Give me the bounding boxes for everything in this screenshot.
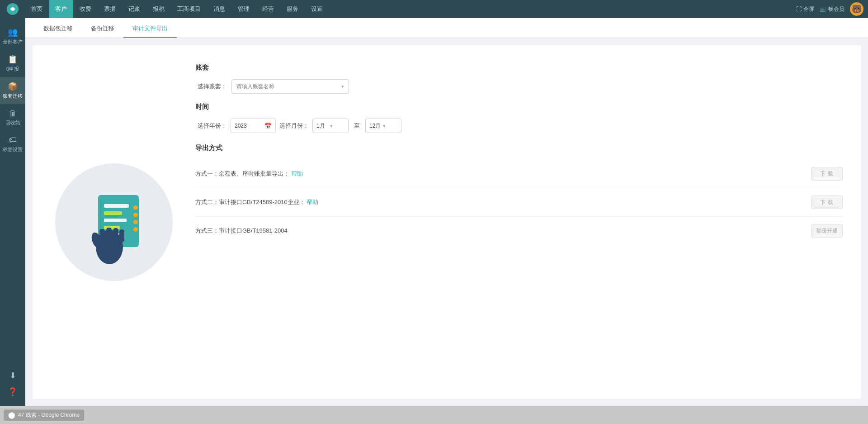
nav-operations[interactable]: 经营: [256, 0, 280, 18]
svg-rect-5: [104, 219, 127, 222]
browser-taskbar-button[interactable]: ⬤ 47 线索 - Google Chrome: [4, 410, 84, 421]
month-label: 选择月份：: [279, 122, 309, 130]
month-end-chevron-icon: ▾: [383, 123, 386, 129]
nav-settings[interactable]: 设置: [305, 0, 329, 18]
nav-admin[interactable]: 管理: [231, 0, 256, 18]
svg-point-8: [133, 205, 138, 210]
year-input[interactable]: 📅: [231, 119, 276, 133]
nav-home[interactable]: 首页: [24, 0, 49, 18]
month-end-select[interactable]: 1月 2月 3月 4月 5月 6月 7月 8月 9月 10月 11月: [365, 119, 401, 133]
export-method-1: 方式一：余额表、序时账批量导出： 帮助 下 载: [195, 160, 843, 188]
calendar-icon: 📅: [264, 123, 272, 129]
nav-invoices[interactable]: 票据: [98, 0, 122, 18]
nav-customers[interactable]: 客户: [49, 0, 73, 18]
chevron-down-icon: ▾: [341, 84, 344, 90]
account-form-row: 选择账套： ▾: [195, 79, 843, 94]
page-content: 账套 选择账套： ▾ 时间 选择年份： 📅: [33, 45, 861, 399]
top-nav-right-area: ⛶ 全屏 📺 畅会员 🐻: [796, 2, 863, 16]
sidebar-item-zero-declaration[interactable]: 📋 0申报: [0, 50, 25, 77]
year-label: 选择年份：: [195, 122, 227, 130]
month-start-dropdown[interactable]: 1月 2月 3月 4月 5月 6月 7月 8月 9月 10月 11月: [316, 123, 328, 129]
tab-audit-export[interactable]: 审计文件导出: [123, 20, 177, 38]
chrome-icon: ⬤: [8, 411, 15, 419]
to-label: 至: [352, 122, 362, 130]
top-navigation: 首页 客户 收费 票据 记账 报税 工商项目 消息 管理 经营 服务 设置 ⛶ …: [0, 0, 868, 18]
account-select[interactable]: ▾: [231, 79, 349, 94]
account-input[interactable]: [236, 83, 327, 90]
fullscreen-button[interactable]: ⛶ 全屏: [796, 5, 814, 13]
form-area: 账套 选择账套： ▾ 时间 选择年份： 📅: [195, 59, 843, 385]
help-icon[interactable]: ❓: [8, 387, 18, 397]
fullscreen-icon: ⛶: [796, 6, 802, 12]
app-logo: [5, 1, 21, 17]
migration-icon: 📦: [8, 81, 18, 91]
sidebar-item-recycle[interactable]: 🗑 回收站: [0, 104, 25, 131]
label-icon: 🏷: [9, 135, 17, 145]
member-button[interactable]: 📺 畅会员: [820, 5, 844, 13]
svg-rect-14: [99, 229, 105, 243]
illustration-circle: [55, 163, 173, 281]
declaration-icon: 📋: [8, 54, 18, 64]
time-section-title: 时间: [195, 103, 843, 111]
export-method-3: 方式三：审计接口GB/T19581-2004 暂缓开通: [195, 217, 843, 245]
taskbar: ⬤ 47 线索 - Google Chrome: [0, 406, 868, 424]
sidebar-bottom: ⬇ ❓: [8, 371, 18, 397]
download-button-2[interactable]: 下 载: [811, 195, 843, 209]
svg-point-10: [133, 220, 138, 224]
svg-rect-3: [104, 204, 129, 208]
time-section: 时间 选择年份： 📅 选择月份： 1月 2月 3月: [195, 103, 843, 133]
sidebar-item-account-migration[interactable]: 📦 账套迁移: [0, 77, 25, 104]
help-link-1[interactable]: 帮助: [291, 170, 303, 177]
nav-messages[interactable]: 消息: [207, 0, 231, 18]
svg-point-9: [133, 213, 138, 217]
svg-rect-16: [113, 228, 118, 243]
tabs-bar: 数据包迁移 备份迁移 审计文件导出: [25, 18, 868, 38]
content-area: 数据包迁移 备份迁移 审计文件导出: [25, 18, 868, 406]
export-method-2-text: 方式二：审计接口GB/T24589-2010企业： 帮助: [195, 198, 318, 206]
recycle-icon: 🗑: [9, 109, 17, 118]
svg-point-11: [133, 227, 138, 232]
month-end-dropdown[interactable]: 1月 2月 3月 4月 5月 6月 7月 8月 9月 10月 11月: [369, 123, 381, 129]
sidebar: 👥 全部客户 📋 0申报 📦 账套迁移 🗑 回收站 🏷 标签设置 ⬇ ❓: [0, 18, 25, 406]
account-label: 选择账套：: [195, 82, 227, 91]
member-icon: 📺: [820, 6, 826, 12]
export-section-title: 导出方式: [195, 144, 843, 152]
svg-rect-4: [104, 211, 122, 215]
nav-services[interactable]: 服务: [280, 0, 305, 18]
nav-business[interactable]: 工商项目: [171, 0, 207, 18]
export-method-2: 方式二：审计接口GB/T24589-2010企业： 帮助 下 载: [195, 188, 843, 217]
svg-point-1: [11, 8, 14, 10]
month-start-chevron-icon: ▾: [330, 123, 333, 129]
sidebar-item-label-settings[interactable]: 🏷 标签设置: [0, 131, 25, 157]
svg-rect-15: [106, 228, 112, 243]
month-start-select[interactable]: 1月 2月 3月 4月 5月 6月 7月 8月 9月 10月 11月: [312, 119, 349, 133]
sidebar-item-all-customers[interactable]: 👥 全部客户: [0, 23, 25, 50]
illustration-svg: [69, 177, 159, 267]
account-section-title: 账套: [195, 63, 843, 72]
browser-label: 47 线索 - Google Chrome: [18, 411, 80, 419]
export-method-1-text: 方式一：余额表、序时账批量导出： 帮助: [195, 170, 303, 178]
tab-data-migration[interactable]: 数据包迁移: [34, 20, 82, 38]
time-row: 选择年份： 📅 选择月份： 1月 2月 3月 4月: [195, 119, 843, 133]
export-method-3-text: 方式三：审计接口GB/T19581-2004: [195, 227, 288, 235]
illustration-area: [51, 59, 177, 385]
nav-tax[interactable]: 报税: [146, 0, 171, 18]
nav-accounting[interactable]: 记账: [122, 0, 146, 18]
customers-icon: 👥: [8, 27, 18, 37]
download-button-1[interactable]: 下 载: [811, 167, 843, 181]
tab-backup-migration[interactable]: 备份迁移: [82, 20, 123, 38]
year-value[interactable]: [235, 123, 262, 129]
download-icon[interactable]: ⬇: [9, 371, 16, 381]
svg-rect-17: [119, 229, 124, 242]
coming-soon-button[interactable]: 暂缓开通: [811, 224, 843, 238]
main-layout: 👥 全部客户 📋 0申报 📦 账套迁移 🗑 回收站 🏷 标签设置 ⬇ ❓ 数据包…: [0, 18, 868, 406]
nav-billing[interactable]: 收费: [73, 0, 98, 18]
avatar[interactable]: 🐻: [850, 2, 863, 16]
export-section: 导出方式 方式一：余额表、序时账批量导出： 帮助 下 载 方式二：审计接口GB/…: [195, 144, 843, 245]
help-link-2[interactable]: 帮助: [307, 199, 318, 205]
